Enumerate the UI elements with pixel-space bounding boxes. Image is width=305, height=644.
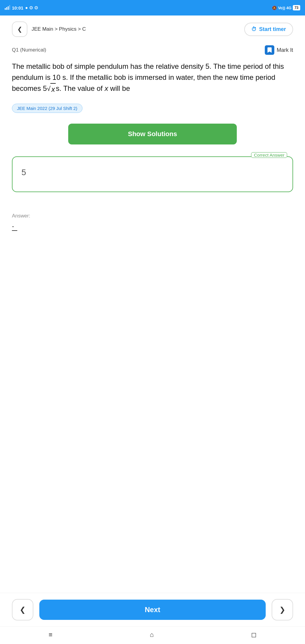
answer-section-label: Answer: bbox=[12, 213, 293, 219]
carrier-label: Vo)) 4G bbox=[278, 6, 291, 10]
back-button[interactable]: ❮ bbox=[12, 21, 27, 37]
home-icon[interactable]: ⌂ bbox=[150, 631, 154, 639]
timer-label: Start timer bbox=[259, 26, 286, 32]
status-right: 🔕 Vo)) 4G 73 bbox=[272, 5, 300, 10]
next-button[interactable]: Next bbox=[39, 600, 266, 620]
next-arrow-button[interactable]: ❯ bbox=[272, 599, 293, 620]
bottom-nav-buttons: ❮ Next ❯ bbox=[0, 593, 305, 626]
status-left: 10:01 ● ⊙ ⊙ bbox=[5, 5, 38, 11]
question-text: The metallic bob of simple pendulum has … bbox=[12, 61, 293, 95]
timer-icon: ⏱ bbox=[251, 26, 257, 32]
nav-bar: ❮ JEE Main > Physics > C ⏱ Start timer bbox=[12, 21, 293, 37]
back-chevron-icon: ❮ bbox=[17, 26, 22, 33]
question-header: Q1 (Numerical) Mark It bbox=[12, 45, 293, 55]
main-content: ❮ JEE Main > Physics > C ⏱ Start timer Q… bbox=[0, 15, 305, 249]
answer-value: 5 bbox=[21, 168, 26, 177]
dot-icons: ● ⊙ ⊙ bbox=[25, 5, 38, 10]
next-chevron-icon: ❯ bbox=[279, 606, 285, 614]
battery-level: 73 bbox=[293, 5, 300, 10]
start-timer-button[interactable]: ⏱ Start timer bbox=[244, 23, 293, 36]
svg-rect-1 bbox=[6, 7, 7, 10]
mark-it-button[interactable]: Mark It bbox=[265, 45, 293, 55]
svg-rect-2 bbox=[8, 6, 9, 10]
sqrt-expression: √x bbox=[47, 83, 56, 95]
bookmark-icon bbox=[265, 45, 274, 55]
no-sim-icon: 🔕 bbox=[272, 6, 277, 10]
show-solutions-button[interactable]: Show Solutions bbox=[68, 124, 237, 144]
bottom-nav: ❮ Next ❯ ≡ ⌂ ◻ bbox=[0, 593, 305, 644]
answer-section: Answer: - bbox=[12, 207, 293, 231]
system-nav: ≡ ⌂ ◻ bbox=[0, 626, 305, 644]
answer-cursor[interactable]: - bbox=[12, 223, 17, 231]
prev-chevron-icon: ❮ bbox=[20, 606, 26, 614]
nav-left: ❮ JEE Main > Physics > C bbox=[12, 21, 86, 37]
question-label: Q1 (Numerical) bbox=[12, 47, 46, 53]
question-tag: JEE Main 2022 (29 Jul Shift 2) bbox=[12, 104, 83, 113]
status-bar: 10:01 ● ⊙ ⊙ 🔕 Vo)) 4G 73 bbox=[0, 0, 305, 15]
answer-box-wrapper: Correct Answer 5 bbox=[12, 156, 293, 192]
mark-it-label: Mark It bbox=[277, 47, 293, 53]
recent-apps-icon[interactable]: ◻ bbox=[251, 631, 256, 639]
svg-rect-0 bbox=[5, 8, 6, 10]
hamburger-icon[interactable]: ≡ bbox=[49, 631, 52, 639]
correct-answer-label: Correct Answer bbox=[251, 152, 287, 158]
time-display: 10:01 bbox=[12, 5, 23, 10]
prev-button[interactable]: ❮ bbox=[12, 599, 33, 620]
answer-box: 5 bbox=[12, 156, 293, 192]
breadcrumb: JEE Main > Physics > C bbox=[32, 26, 86, 32]
svg-rect-3 bbox=[9, 5, 10, 10]
signal-icon bbox=[5, 5, 10, 11]
